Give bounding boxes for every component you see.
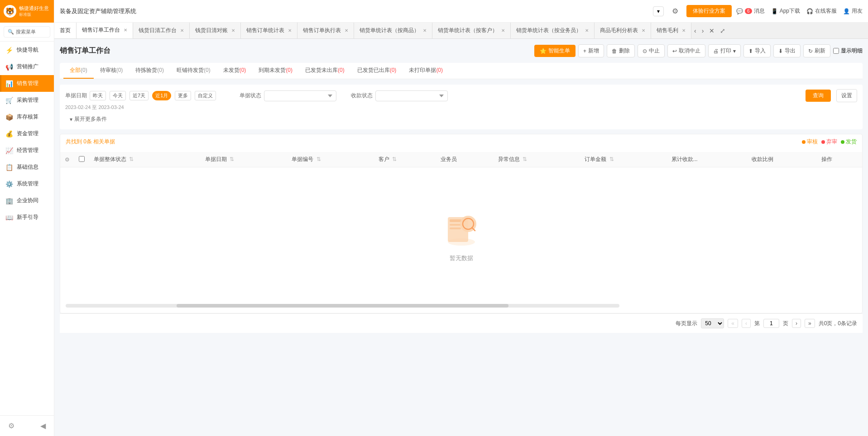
add-button[interactable]: + 新增: [578, 44, 604, 57]
subtab-count-expired-not-shipped: (0): [286, 67, 293, 73]
subtab-pending-check[interactable]: 待拣验货(0): [129, 63, 170, 79]
tab-sales-order[interactable]: 销售订单工作台✕: [77, 23, 133, 39]
subtab-shipped-out[interactable]: 已发货已出库(0): [351, 63, 403, 79]
logo-icon: 🐯: [4, 5, 16, 18]
print-button[interactable]: 🖨 打印 ▾: [708, 44, 741, 57]
tab-sales-sum-staff[interactable]: 销货单统计表（按业务员）✕: [511, 23, 595, 39]
tab-gross-profit[interactable]: 商品毛利分析表✕: [595, 23, 651, 39]
tab-label-sales-order: 销售订单工作台: [82, 26, 120, 34]
tab-home[interactable]: 首页: [54, 23, 77, 39]
industry-solution-button[interactable]: 体验行业方案: [686, 5, 732, 17]
expand-filter-button[interactable]: ▾ 展开更多条件: [65, 114, 111, 125]
delete-button[interactable]: 🗑 删除: [607, 44, 635, 57]
first-page-button[interactable]: «: [728, 319, 738, 328]
sidebar-item-enterprise[interactable]: 🏢企业协同: [0, 192, 54, 209]
sidebar-item-quick-nav[interactable]: ⚡快捷导航: [0, 42, 54, 58]
sidebar-item-guide[interactable]: 📖新手引导: [0, 209, 54, 226]
tab-close-cash-daily[interactable]: ✕: [180, 28, 184, 33]
table-wrap: 共找到 0条 相关单据 审核 弃审 发货: [60, 134, 863, 313]
settings-icon-button[interactable]: ⚙: [4, 419, 19, 432]
message-button[interactable]: 💬 6 消息: [736, 7, 765, 15]
subtab-count-pending-review: (0): [116, 67, 123, 73]
subtab-pending-review[interactable]: 待审核(0): [94, 63, 129, 79]
maximize-button[interactable]: ⤢: [717, 23, 728, 39]
prev-page-button[interactable]: ‹: [742, 319, 751, 328]
show-detail-label[interactable]: 显示明细: [833, 47, 863, 55]
sidebar-item-label: 系统管理: [17, 180, 38, 188]
subtab-wangpu-pending[interactable]: 旺铺待发货(0): [170, 63, 217, 79]
horizontal-scrollbar[interactable]: [60, 299, 862, 313]
tab-sales-exec[interactable]: 销售订单执行表✕: [297, 23, 354, 39]
per-page-select[interactable]: 50 10 20 100: [701, 318, 724, 328]
topbar-settings-button[interactable]: ⚙: [668, 5, 682, 18]
sidebar-item-purchase[interactable]: 🛒采购管理: [0, 92, 54, 109]
ship-action-button[interactable]: 发货: [841, 138, 857, 146]
online-service-button[interactable]: 🎧 在线客服: [806, 7, 837, 15]
date-option-近7天[interactable]: 近7天: [129, 91, 149, 100]
date-option-近1月[interactable]: 近1月: [152, 91, 171, 100]
empty-text: 暂无数据: [450, 254, 473, 262]
cancel-stop-button[interactable]: ↩ 取消中止: [667, 44, 705, 57]
tab-scroll-prev-button[interactable]: ‹: [691, 23, 699, 39]
tab-close-sales-order[interactable]: ✕: [124, 28, 127, 33]
export-button[interactable]: ⬇ 导出: [773, 44, 801, 57]
logo-text: 畅捷通好生意 标准版: [19, 5, 49, 17]
show-detail-checkbox[interactable]: [833, 48, 839, 54]
import-button[interactable]: ⬆ 导入: [743, 44, 771, 57]
refresh-button[interactable]: ↻ 刷新: [803, 44, 830, 57]
sidebar-item-system[interactable]: ⚙️系统管理: [0, 175, 54, 192]
tab-sales-sum-customer[interactable]: 销货单统计表（按客户）✕: [432, 23, 511, 39]
subtab-expired-not-shipped[interactable]: 到期未发货(0): [252, 63, 299, 79]
subtab-all[interactable]: 全部(0): [63, 63, 94, 79]
query-button[interactable]: 查询: [806, 90, 831, 102]
next-page-button[interactable]: ›: [792, 319, 801, 328]
select-all-checkbox[interactable]: [79, 156, 85, 162]
system-dropdown-button[interactable]: ▾: [653, 6, 664, 16]
sidebar-item-finance[interactable]: 💰资金管理: [0, 125, 54, 142]
subtab-not-shipped[interactable]: 未发货(0): [217, 63, 253, 79]
tab-close-sales-more[interactable]: ✕: [682, 28, 686, 33]
cancel-review-action-button[interactable]: 弃审: [821, 138, 837, 146]
tab-close-sales-stat[interactable]: ✕: [288, 28, 292, 33]
sidebar-item-base[interactable]: 📋基础信息: [0, 159, 54, 175]
date-option-更多[interactable]: 更多: [175, 91, 191, 100]
page-number-input[interactable]: [763, 319, 779, 328]
date-option-昨天[interactable]: 昨天: [90, 91, 106, 100]
th-ratio: 收款比例: [747, 152, 817, 167]
sidebar-item-marketing[interactable]: 📢营销推广: [0, 58, 54, 75]
status-select[interactable]: [264, 90, 336, 101]
tab-cash-daily[interactable]: 钱货日清工作台✕: [133, 23, 190, 39]
th-customer: 客户 ⇅: [374, 152, 436, 167]
sidebar-item-operation[interactable]: 📈经营管理: [0, 142, 54, 159]
tab-sales-sum-product[interactable]: 销货单统计表（按商品）✕: [354, 23, 432, 39]
tab-close-sales-sum-product[interactable]: ✕: [423, 28, 427, 33]
payment-select[interactable]: [375, 90, 448, 101]
close-all-tabs-button[interactable]: ✕: [706, 23, 717, 39]
search-menu-button[interactable]: 🔍 搜索菜单: [4, 26, 50, 38]
subtab-not-printed[interactable]: 未打印单据(0): [403, 63, 449, 79]
tab-cash-reconcile[interactable]: 钱货日清对账✕: [190, 23, 241, 39]
tab-close-sales-sum-customer[interactable]: ✕: [501, 28, 505, 33]
per-page-label: 每页显示: [676, 320, 697, 327]
tab-close-sales-sum-staff[interactable]: ✕: [585, 28, 589, 33]
tab-close-sales-exec[interactable]: ✕: [345, 28, 348, 33]
date-option-今天[interactable]: 今天: [110, 91, 126, 100]
app-download-button[interactable]: 📱 App下载: [771, 7, 800, 15]
set-button[interactable]: 设置: [836, 89, 857, 102]
tab-close-gross-profit[interactable]: ✕: [642, 28, 645, 33]
user-menu-button[interactable]: 👤 用友: [843, 7, 863, 15]
stop-button[interactable]: ⊙ 中止: [638, 44, 665, 57]
review-action-button[interactable]: 审核: [802, 138, 818, 146]
date-option-自定义[interactable]: 自定义: [195, 91, 216, 100]
tab-sales-more[interactable]: 销售毛利✕: [651, 23, 691, 39]
sidebar-item-sales[interactable]: 📊销售管理: [0, 75, 54, 92]
sidebar-item-inventory[interactable]: 📦库存核算: [0, 109, 54, 125]
headset-icon: 🎧: [806, 8, 813, 14]
tab-close-cash-reconcile[interactable]: ✕: [231, 28, 235, 33]
tab-sales-stat[interactable]: 销售订单统计表✕: [241, 23, 297, 39]
subtab-shipped-not-out[interactable]: 已发货未出库(0): [299, 63, 351, 79]
tab-scroll-next-button[interactable]: ›: [699, 23, 707, 39]
last-page-button[interactable]: »: [805, 319, 815, 328]
collapse-sidebar-button[interactable]: ◀: [36, 419, 50, 432]
smart-create-button[interactable]: ⭐ 智能生单: [534, 45, 575, 57]
